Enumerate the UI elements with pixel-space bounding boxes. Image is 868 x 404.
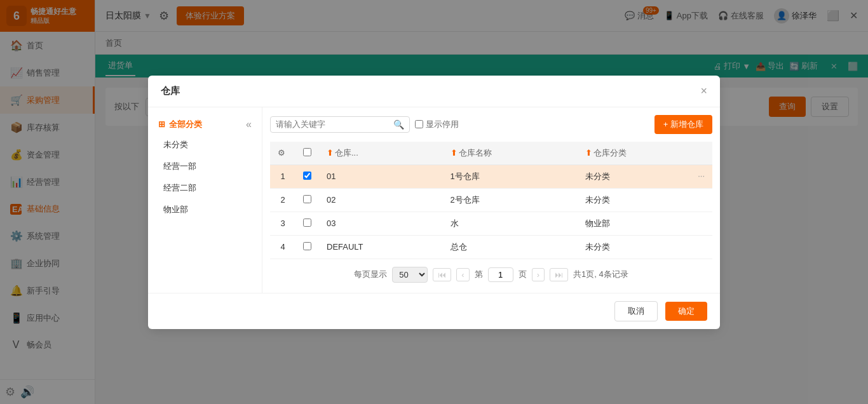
sort-cat-icon: ⬆ [585, 148, 592, 158]
th-gear: ⚙ [270, 142, 295, 165]
select-all-checkbox[interactable] [303, 148, 311, 156]
warehouse-modal: 仓库 × ⊞ 全部分类 « 未分类 经营一部 经营二部 物业部 [148, 76, 720, 329]
th-code: ⬆仓库... [319, 142, 443, 165]
page-last-btn[interactable]: ⏭ [550, 268, 568, 281]
category-item-uncategorized[interactable]: 未分类 [148, 134, 262, 156]
table-panel: 🔍 显示停用 + 新增仓库 ⚙ [262, 107, 720, 293]
table-row[interactable]: 2 02 2号仓库 未分类 [270, 188, 712, 212]
page-prev-btn[interactable]: ‹ [456, 268, 469, 281]
category-panel: ⊞ 全部分类 « 未分类 经营一部 经营二部 物业部 [148, 107, 262, 293]
per-page-label: 每页显示 [354, 269, 387, 280]
modal-overlay: 仓库 × ⊞ 全部分类 « 未分类 经营一部 经营二部 物业部 [0, 0, 868, 404]
show-disabled-label[interactable]: 显示停用 [415, 119, 459, 130]
row-1-code: 01 [319, 165, 443, 188]
show-disabled-text: 显示停用 [426, 119, 459, 130]
row-2-check[interactable] [295, 188, 319, 212]
category-item-dept2[interactable]: 经营二部 [148, 177, 262, 199]
row-3-name: 水 [443, 212, 578, 235]
search-icon[interactable]: 🔍 [393, 119, 404, 130]
row-3-num: 3 [270, 212, 295, 235]
category-item-dept1[interactable]: 经营一部 [148, 156, 262, 177]
table-toolbar: 🔍 显示停用 + 新增仓库 [270, 115, 712, 134]
cancel-btn[interactable]: 取消 [614, 301, 658, 321]
grid-icon: ⊞ [158, 119, 165, 129]
add-warehouse-btn[interactable]: + 新增仓库 [654, 115, 712, 134]
row-4-category: 未分类 [578, 235, 712, 259]
modal-header: 仓库 × [148, 76, 720, 107]
row-3-code: 03 [319, 212, 443, 235]
page-first-btn[interactable]: ⏮ [433, 268, 451, 281]
row-3-category: 物业部 [578, 212, 712, 235]
row-1-more-btn[interactable]: ··· [698, 171, 705, 180]
show-disabled-checkbox[interactable] [415, 120, 423, 128]
search-input-wrap[interactable]: 🔍 [270, 116, 410, 133]
category-collapse-btn[interactable]: « [246, 119, 252, 130]
page-number-input[interactable]: 1 [488, 267, 513, 282]
table-row[interactable]: 3 03 水 物业部 [270, 212, 712, 235]
warehouse-table: ⚙ ⬆仓库... ⬆仓库名称 ⬆仓库分类 1 01 [270, 142, 712, 259]
modal-footer: 取消 确定 [148, 293, 720, 329]
page-unit: 页 [519, 269, 527, 280]
category-all-btn[interactable]: ⊞ 全部分类 [158, 119, 202, 130]
category-header: ⊞ 全部分类 « [148, 115, 262, 134]
row-4-name: 总仓 [443, 235, 578, 259]
sort-code-icon: ⬆ [327, 148, 334, 158]
th-category: ⬆仓库分类 [578, 142, 712, 165]
confirm-btn[interactable]: 确定 [665, 302, 707, 321]
modal-body: ⊞ 全部分类 « 未分类 经营一部 经营二部 物业部 🔍 [148, 107, 720, 293]
row-1-category: 未分类 ··· [578, 165, 712, 188]
search-input[interactable] [276, 119, 391, 129]
row-2-category: 未分类 [578, 188, 712, 212]
pagination-bar: 每页显示 50 20 100 ⏮ ‹ 第 1 页 › ⏭ 共1页, 4条记录 [270, 259, 712, 285]
row-3-check[interactable] [295, 212, 319, 235]
row-4-code: DEFAULT [319, 235, 443, 259]
table-wrapper: ⚙ ⬆仓库... ⬆仓库名称 ⬆仓库分类 1 01 [270, 142, 712, 259]
th-check [295, 142, 319, 165]
table-row[interactable]: 1 01 1号仓库 未分类 ··· [270, 165, 712, 188]
row-2-code: 02 [319, 188, 443, 212]
page-next-btn[interactable]: › [532, 268, 545, 281]
row-2-num: 2 [270, 188, 295, 212]
row-1-num: 1 [270, 165, 295, 188]
category-item-property[interactable]: 物业部 [148, 199, 262, 220]
table-header-row: ⚙ ⬆仓库... ⬆仓库名称 ⬆仓库分类 [270, 142, 712, 165]
row-4-num: 4 [270, 235, 295, 259]
sort-name-icon: ⬆ [451, 148, 458, 158]
table-header: ⚙ ⬆仓库... ⬆仓库名称 ⬆仓库分类 [270, 142, 712, 165]
row-1-check[interactable] [295, 165, 319, 188]
page-label: 第 [475, 269, 483, 280]
row-4-check[interactable] [295, 235, 319, 259]
table-body: 1 01 1号仓库 未分类 ··· 2 [270, 165, 712, 259]
row-2-name: 2号仓库 [443, 188, 578, 212]
th-name: ⬆仓库名称 [443, 142, 578, 165]
per-page-select[interactable]: 50 20 100 [392, 267, 428, 283]
table-row[interactable]: 4 DEFAULT 总仓 未分类 [270, 235, 712, 259]
page-total: 共1页, 4条记录 [573, 269, 628, 280]
modal-title: 仓库 [161, 85, 180, 97]
modal-close-btn[interactable]: × [700, 84, 707, 98]
category-all-label: 全部分类 [169, 119, 202, 130]
row-1-name: 1号仓库 [443, 165, 578, 188]
